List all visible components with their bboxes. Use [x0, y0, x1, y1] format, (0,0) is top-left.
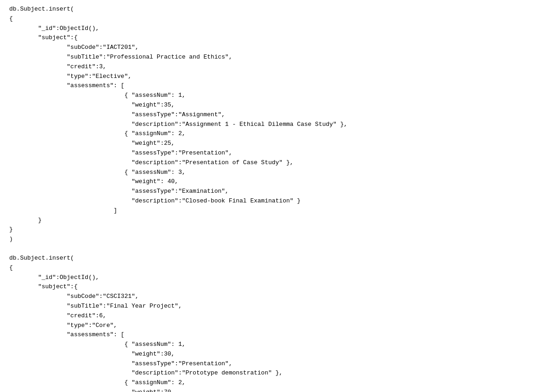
code-line: "weight":35,	[9, 101, 549, 110]
code-line: { "assessNum": 1,	[9, 91, 549, 101]
code-line: }	[9, 225, 549, 235]
code-line: db.Subject.insert(	[9, 254, 549, 263]
code-line: "assessType":"Examination",	[9, 187, 549, 196]
code-line: { "assignNum": 2,	[9, 129, 549, 139]
code-block-1: db.Subject.insert({ "_id":ObjectId(), "s…	[9, 5, 549, 244]
code-container: db.Subject.insert({ "_id":ObjectId(), "s…	[9, 5, 549, 392]
code-line: "weight":25,	[9, 139, 549, 148]
code-line: "assessType":"Presentation",	[9, 359, 549, 369]
code-line: { "assignNum": 2,	[9, 378, 549, 388]
code-line: "subject":{	[9, 33, 549, 43]
code-line: "description":"Prototype demonstration" …	[9, 368, 549, 378]
code-line: "subCode":"IACT201",	[9, 43, 549, 53]
code-line: { "assessNum": 3,	[9, 168, 549, 178]
code-block-2: db.Subject.insert({ "_id":ObjectId(), "s…	[9, 254, 549, 392]
code-line: "type":"Elective",	[9, 72, 549, 82]
code-line: "weight": 40,	[9, 177, 549, 187]
code-line: "description":"Closed-book Final Examina…	[9, 196, 549, 206]
code-line: "credit":3,	[9, 62, 549, 72]
code-line: { "assessNum": 1,	[9, 340, 549, 350]
code-line: "assessType":"Presentation",	[9, 148, 549, 158]
code-line: db.Subject.insert(	[9, 5, 549, 14]
code-line: {	[9, 263, 549, 273]
code-line: "assessType":"Assignment",	[9, 110, 549, 120]
code-line: "_id":ObjectId(),	[9, 24, 549, 34]
code-line: "type":"Core",	[9, 321, 549, 331]
code-line: {	[9, 14, 549, 24]
code-line: "credit":6,	[9, 311, 549, 321]
code-line: )	[9, 235, 549, 244]
code-line: "subCode":"CSCI321",	[9, 292, 549, 302]
code-line: "assessments": [	[9, 330, 549, 340]
code-line: "subject":{	[9, 282, 549, 292]
code-line: ]	[9, 206, 549, 216]
code-line: "subTitle":"Final Year Project",	[9, 302, 549, 311]
code-line: "subTitle":"Professional Practice and Et…	[9, 53, 549, 62]
code-line: "weight":30,	[9, 350, 549, 359]
code-line: }	[9, 216, 549, 226]
code-line: "description":"Assignment 1 - Ethical Di…	[9, 120, 549, 130]
code-line: "weight":70,	[9, 388, 549, 392]
code-line: "assessments": [	[9, 81, 549, 91]
code-line: "description":"Presentation of Case Stud…	[9, 158, 549, 168]
code-line: "_id":ObjectId(),	[9, 273, 549, 283]
